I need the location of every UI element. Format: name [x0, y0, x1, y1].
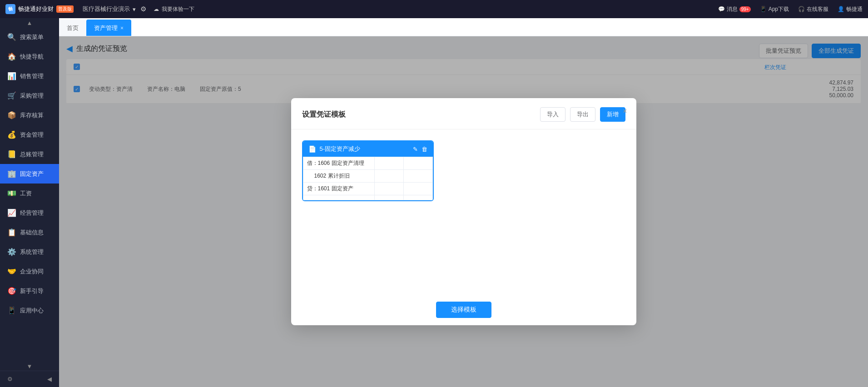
- version-badge: 普及版: [56, 5, 74, 13]
- template-delete-icon[interactable]: 🗑: [422, 146, 427, 153]
- cooperation-icon: 🤝: [7, 267, 16, 276]
- credit-col-2: [403, 170, 432, 183]
- content-area: 首页 资产管理 × ◀ 生成的凭证预览 ✓: [59, 18, 868, 387]
- cloud-icon: ☁: [154, 6, 159, 12]
- logo-title: 畅捷通好业财: [18, 5, 54, 13]
- template-card: 📄 5-固定资产减少 ✎ 🗑: [302, 140, 434, 201]
- account-col-4: [303, 195, 374, 200]
- credit-col-3: [403, 183, 432, 195]
- sidebar-item-operations[interactable]: 📈 经营管理: [0, 203, 59, 223]
- debit-col-2: [374, 170, 403, 183]
- system-icon: ⚙️: [7, 248, 16, 256]
- template-row-1: 借：1606 固定资产清理: [303, 157, 432, 170]
- sidebar-item-finance[interactable]: 💰 资金管理: [0, 125, 59, 144]
- operations-icon: 📈: [7, 208, 16, 217]
- sidebar-item-system[interactable]: ⚙️ 系统管理: [0, 242, 59, 262]
- sidebar-item-ledger[interactable]: 📒 总账管理: [0, 144, 59, 164]
- notification-action[interactable]: 💬 消息 99+: [718, 5, 751, 13]
- set-template-modal: × 设置凭证模板 导入 导出 新增 📄: [291, 98, 636, 325]
- template-row-2: 1602 累计折旧: [303, 170, 432, 183]
- sidebar-footer: ⚙ ◀: [0, 371, 59, 387]
- sidebar-item-label: 企业协同: [20, 268, 44, 276]
- tab-asset-mgmt-label: 资产管理: [94, 24, 118, 32]
- sidebar-item-app-center[interactable]: 📱 应用中心: [0, 301, 59, 320]
- export-button[interactable]: 导出: [570, 107, 595, 122]
- guide-icon: 🎯: [7, 287, 16, 295]
- sidebar-scroll-up[interactable]: ▲: [0, 18, 59, 27]
- sidebar-item-purchase[interactable]: 🛒 采购管理: [0, 86, 59, 105]
- modal-close-button[interactable]: ×: [621, 105, 629, 117]
- credit-col-1: [403, 157, 432, 170]
- finance-icon: 💰: [7, 130, 16, 139]
- tab-close-icon[interactable]: ×: [120, 25, 124, 31]
- sidebar-item-search[interactable]: 🔍 搜索菜单: [0, 27, 59, 47]
- user-avatar-action[interactable]: 👤 畅捷通: [838, 5, 863, 13]
- select-template-button[interactable]: 选择模板: [436, 302, 491, 318]
- account-col-3: 贷：1601 固定资产: [303, 183, 374, 195]
- sidebar-item-label: 快捷导航: [20, 53, 44, 61]
- template-row-3: 贷：1601 固定资产: [303, 183, 432, 195]
- tab-home-label: 首页: [67, 24, 79, 32]
- template-card-title: 5-固定资产减少: [320, 145, 409, 153]
- avatar: 👤: [838, 6, 844, 12]
- experience-button[interactable]: ☁ 我要体验一下: [154, 5, 194, 13]
- sidebar-collapse-icon[interactable]: ◀: [47, 376, 52, 382]
- sidebar-item-label: 工资: [20, 189, 32, 198]
- payroll-icon: 💵: [7, 189, 16, 198]
- debit-col-3: [374, 183, 403, 195]
- sidebar-item-label: 固定资产: [20, 170, 44, 178]
- header-settings-icon[interactable]: ⚙: [140, 5, 146, 13]
- sidebar-scroll-down[interactable]: ▼: [0, 362, 59, 371]
- sidebar-item-quick-nav[interactable]: 🏠 快捷导航: [0, 47, 59, 66]
- template-doc-icon: 📄: [308, 145, 316, 153]
- template-edit-icon[interactable]: ✎: [413, 146, 418, 153]
- sidebar-item-label: 销售管理: [20, 72, 44, 80]
- notification-icon: 💬: [718, 6, 725, 12]
- modal-footer: 选择模板: [291, 294, 636, 325]
- template-accounts-table: 借：1606 固定资产清理 1602 累计折旧: [303, 157, 433, 200]
- modal-header: 设置凭证模板 导入 导出 新增: [291, 98, 636, 129]
- headset-icon: 🎧: [798, 6, 805, 12]
- sidebar-item-fixed-assets[interactable]: 🏢 固定资产: [0, 164, 59, 184]
- sidebar-item-label: 总账管理: [20, 150, 44, 159]
- sidebar-item-label: 应用中心: [20, 307, 44, 315]
- dropdown-icon: ▾: [133, 6, 136, 13]
- modal-overlay: × 设置凭证模板 导入 导出 新增 📄: [59, 36, 868, 387]
- logo: 畅 畅捷通好业财 普及版: [5, 4, 74, 14]
- tab-bar: 首页 资产管理 ×: [59, 18, 868, 36]
- home-icon: 🏠: [7, 52, 16, 61]
- sidebar-item-inventory[interactable]: 📦 库存核算: [0, 105, 59, 125]
- online-service-action[interactable]: 🎧 在线客服: [798, 5, 828, 13]
- debit-col-4: [374, 195, 403, 200]
- sidebar-item-label: 经营管理: [20, 209, 44, 217]
- sidebar-item-guide[interactable]: 🎯 新手引导: [0, 281, 59, 301]
- sidebar-item-cooperation[interactable]: 🤝 企业协同: [0, 262, 59, 281]
- company-selector[interactable]: 医疗器械行业演示 ▾: [83, 5, 136, 13]
- modal-title: 设置凭证模板: [302, 110, 346, 119]
- sidebar-item-label: 新手引导: [20, 287, 44, 295]
- sidebar-item-label: 资金管理: [20, 131, 44, 139]
- sidebar-item-payroll[interactable]: 💵 工资: [0, 184, 59, 203]
- sidebar-item-label: 采购管理: [20, 92, 44, 100]
- tab-home[interactable]: 首页: [59, 20, 86, 36]
- app-download-action[interactable]: 📱 App下载: [760, 5, 789, 13]
- page-content: ◀ 生成的凭证预览 ✓ ✓ 变动类型：资产清 资产名称：电脑 固定资产原值：5: [59, 36, 868, 387]
- import-button[interactable]: 导入: [540, 107, 565, 122]
- app-center-icon: 📱: [7, 306, 16, 315]
- sidebar: ▲ 🔍 搜索菜单 🏠 快捷导航 📊 销售管理 🛒 采购管理 📦 库存核算: [0, 18, 59, 387]
- header-right-actions: 💬 消息 99+ 📱 App下载 🎧 在线客服 👤 畅捷通: [718, 5, 863, 13]
- sidebar-settings-icon[interactable]: ⚙: [7, 376, 13, 382]
- logo-icon: 畅: [5, 4, 15, 14]
- sidebar-item-basic-info[interactable]: 📋 基础信息: [0, 223, 59, 242]
- search-icon: 🔍: [7, 33, 16, 41]
- sidebar-item-sales[interactable]: 📊 销售管理: [0, 66, 59, 86]
- sidebar-item-label: 基础信息: [20, 228, 44, 237]
- tab-asset-mgmt[interactable]: 资产管理 ×: [86, 20, 131, 36]
- sidebar-item-label: 搜索菜单: [20, 33, 44, 41]
- modal-body: 📄 5-固定资产减少 ✎ 🗑: [291, 129, 636, 294]
- template-card-actions: ✎ 🗑: [413, 146, 427, 153]
- modal-header-actions: 导入 导出 新增: [540, 107, 625, 122]
- debit-col-1: [374, 157, 403, 170]
- company-name: 医疗器械行业演示: [83, 5, 130, 13]
- sales-icon: 📊: [7, 72, 16, 80]
